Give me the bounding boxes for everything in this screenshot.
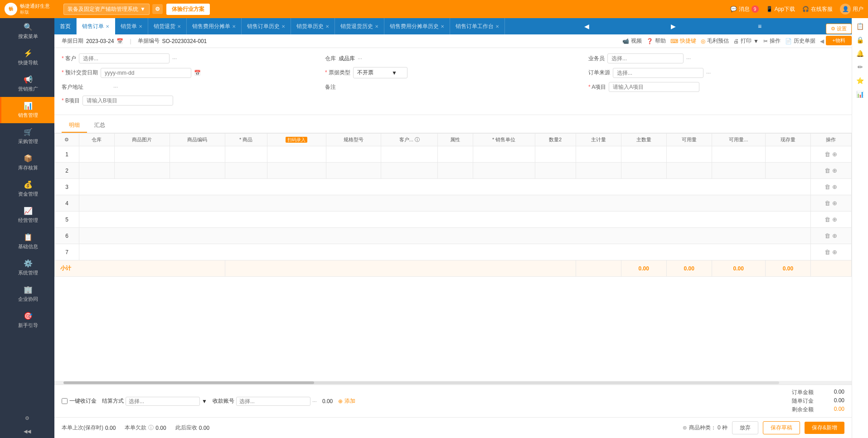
tab-sales-invoice[interactable]: 销货单 ✕	[115, 18, 148, 34]
tab-workbench[interactable]: 销售订单工作台 ✕	[450, 18, 505, 34]
tab-close-icon[interactable]: ✕	[106, 24, 109, 29]
copy-icon[interactable]: ⊕	[832, 167, 837, 174]
cell-unit[interactable]	[473, 146, 535, 163]
sidebar-item-inventory[interactable]: 📦 库存核算	[0, 149, 54, 176]
right-btn-1[interactable]: 📋	[854, 20, 867, 33]
delete-icon[interactable]: 🗑	[824, 216, 830, 223]
delete-icon[interactable]: 🗑	[824, 200, 830, 207]
sidebar-item-system[interactable]: ⚙️ 系统管理	[0, 255, 54, 281]
cell-code[interactable]	[170, 163, 225, 179]
nav-prev-icon[interactable]: ◀	[820, 38, 824, 44]
tab-close-icon[interactable]: ✕	[375, 24, 378, 29]
tab-order-history[interactable]: 销售订单历史 ✕	[242, 18, 291, 34]
message-btn[interactable]: 💬 消息 9	[730, 5, 759, 13]
delete-icon[interactable]: 🗑	[824, 167, 830, 174]
print-btn[interactable]: 🖨 打印 ▼	[733, 37, 759, 45]
tab-sales-expense[interactable]: 销售费用分摊单 ✕	[187, 18, 242, 34]
system-selector[interactable]: 装备及固定资产辅助管理系统 ▼	[63, 4, 150, 15]
tab-summary[interactable]: 汇总	[87, 119, 112, 133]
payment-chevron-icon[interactable]: ▼	[202, 398, 207, 404]
tab-sales-return[interactable]: 销货退货 ✕	[148, 18, 187, 34]
sidebar-item-finance[interactable]: 💰 资金管理	[0, 176, 54, 202]
app-download-btn[interactable]: 📱 App下载	[766, 5, 795, 13]
sidebar-item-guide[interactable]: 🎯 新手引导	[0, 307, 54, 333]
delivery-input[interactable]	[101, 68, 191, 78]
copy-icon[interactable]: ⊕	[832, 200, 837, 207]
right-btn-3[interactable]: 🔔	[854, 47, 867, 60]
right-btn-2[interactable]: 🔒	[854, 34, 867, 46]
cell-attr[interactable]	[437, 146, 473, 163]
staff-dots[interactable]: ···	[686, 55, 691, 62]
order-source-dots[interactable]: ···	[706, 70, 711, 76]
horizontal-scrollbar[interactable]	[54, 381, 852, 385]
view-video-btn[interactable]: 📹 视频	[622, 37, 642, 45]
warehouse-dots[interactable]: ···	[358, 55, 362, 62]
tab-next-btn[interactable]: ▶	[668, 18, 679, 34]
a-project-input[interactable]	[609, 82, 699, 92]
staff-input[interactable]	[607, 53, 684, 63]
cell-qty2[interactable]	[535, 163, 576, 179]
cell-main-qty[interactable]	[621, 163, 666, 179]
save-draft-btn[interactable]: 保存草稿	[763, 421, 800, 434]
tab-close-icon[interactable]: ✕	[495, 24, 499, 29]
tab-close-icon[interactable]: ✕	[177, 24, 181, 29]
cell-unit[interactable]	[473, 163, 535, 179]
tab-close-icon[interactable]: ✕	[325, 24, 329, 29]
sidebar-item-quick[interactable]: ⚡ 快捷导航	[0, 44, 54, 71]
cell-customer-code[interactable]	[381, 146, 437, 163]
sidebar-item-marketing[interactable]: 📢 营销推广	[0, 71, 54, 97]
delete-icon[interactable]: 🗑	[824, 232, 830, 239]
discard-btn[interactable]: 放弃	[732, 421, 758, 434]
cell-main-qty[interactable]	[621, 146, 666, 163]
tab-close-icon[interactable]: ✕	[281, 24, 285, 29]
customer-input[interactable]	[79, 53, 170, 63]
cell-attr[interactable]	[437, 163, 473, 179]
tab-sales-order[interactable]: 销售订单 ✕	[77, 18, 115, 34]
cell-qty2[interactable]	[535, 146, 576, 163]
cell-goods[interactable]	[225, 163, 267, 179]
sidebar-item-operation[interactable]: 📈 经营管理	[0, 202, 54, 228]
save-new-btn[interactable]: 保存&新增	[805, 422, 844, 434]
sidebar-item-base[interactable]: 📋 基础信息	[0, 228, 54, 255]
cell-spec[interactable]	[326, 146, 381, 163]
address-dots[interactable]: ···	[113, 84, 118, 90]
right-btn-4[interactable]: ✏	[854, 61, 867, 73]
copy-icon[interactable]: ⊕	[832, 216, 837, 223]
tab-invoice-history[interactable]: 销货单历史 ✕	[291, 18, 335, 34]
th-settings[interactable]: ⚙	[55, 134, 79, 146]
history-btn[interactable]: 📄 历史单据	[785, 37, 815, 45]
online-service-btn[interactable]: 🎧 在线客服	[802, 5, 833, 13]
tab-close-icon[interactable]: ✕	[232, 24, 236, 29]
tab-expense-history[interactable]: 销售费用分摊单历史 ✕	[384, 18, 450, 34]
tab-menu-btn[interactable]: ≡	[755, 18, 764, 34]
profit-btn[interactable]: ◎ 毛利预估	[701, 37, 729, 45]
right-btn-5[interactable]: ⭐	[854, 74, 867, 87]
delete-icon[interactable]: 🗑	[824, 249, 830, 255]
right-btn-6[interactable]: 📊	[854, 88, 867, 101]
tab-close-icon[interactable]: ✕	[139, 24, 142, 29]
one-click-checkbox[interactable]: 一键收订金	[62, 397, 97, 405]
delete-icon[interactable]: 🗑	[824, 183, 830, 190]
cell-goods[interactable]	[225, 146, 267, 163]
tab-prev-btn[interactable]: ◀	[582, 18, 592, 34]
tab-home[interactable]: 首页	[54, 18, 77, 34]
account-input[interactable]	[236, 397, 310, 406]
sidebar-item-sales[interactable]: 📊 销售管理	[0, 97, 54, 123]
cell-warehouse[interactable]	[79, 163, 114, 179]
b-project-input[interactable]	[82, 96, 173, 106]
industry-btn[interactable]: 体验行业方案	[166, 4, 210, 15]
sidebar-collapse-btn[interactable]: ◀◀	[0, 425, 54, 438]
cell-spec[interactable]	[326, 163, 381, 179]
tab-return-history[interactable]: 销货退货历史 ✕	[335, 18, 384, 34]
cell-customer-code[interactable]	[381, 163, 437, 179]
invoice-select[interactable]: 不开票 ▼	[353, 67, 407, 78]
copy-icon[interactable]: ⊕	[832, 151, 837, 158]
sidebar-item-search[interactable]: 🔍 搜索菜单	[0, 18, 54, 44]
copy-icon[interactable]: ⊕	[832, 249, 837, 255]
add-material-btn[interactable]: +物料	[826, 36, 852, 45]
tab-detail[interactable]: 明细	[62, 119, 87, 133]
delete-icon[interactable]: 🗑	[824, 151, 830, 158]
tab-close-icon[interactable]: ✕	[441, 24, 444, 29]
user-menu-btn[interactable]: 👤 用户	[840, 4, 863, 14]
sidebar-item-purchase[interactable]: 🛒 采购管理	[0, 123, 54, 149]
